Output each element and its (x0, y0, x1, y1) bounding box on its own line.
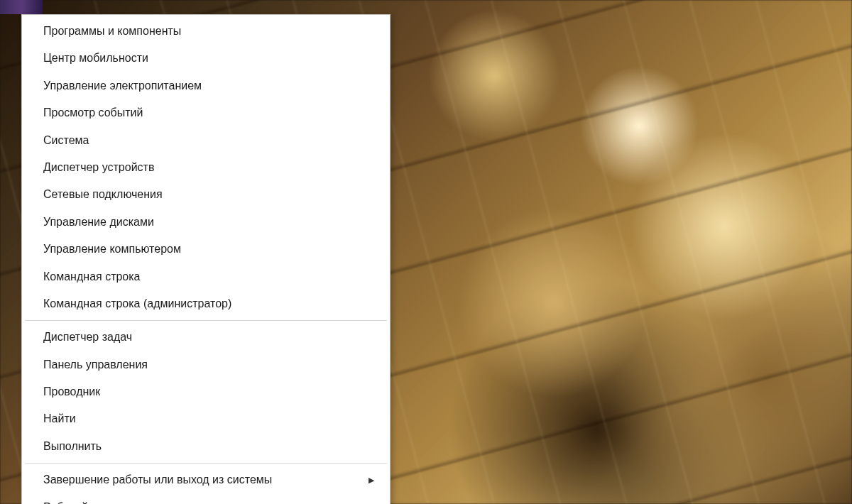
menu-item-run[interactable]: Выполнить (23, 433, 388, 460)
menu-item-device-manager[interactable]: Диспетчер устройств (23, 154, 388, 181)
menu-item-disk-management[interactable]: Управление дисками (23, 209, 388, 236)
menu-item-label: Диспетчер задач (43, 329, 374, 345)
menu-item-command-prompt-admin[interactable]: Командная строка (администратор) (23, 290, 388, 317)
menu-item-search[interactable]: Найти (23, 405, 388, 432)
menu-item-label: Сетевые подключения (43, 187, 374, 202)
menu-item-desktop[interactable]: Рабочий стол (23, 494, 388, 504)
menu-item-computer-management[interactable]: Управление компьютером (23, 236, 388, 263)
menu-item-control-panel[interactable]: Панель управления (23, 351, 388, 378)
menu-item-mobility-center[interactable]: Центр мобильности (23, 45, 388, 72)
menu-item-label: Программы и компоненты (43, 23, 374, 39)
menu-item-label: Рабочий стол (43, 500, 374, 504)
menu-item-programs-features[interactable]: Программы и компоненты (23, 18, 388, 45)
menu-item-label: Центр мобильности (43, 50, 374, 66)
menu-item-label: Командная строка (43, 269, 374, 285)
menu-item-command-prompt[interactable]: Командная строка (23, 263, 388, 290)
menu-separator (25, 320, 387, 321)
menu-item-label: Просмотр событий (43, 105, 374, 121)
menu-item-file-explorer[interactable]: Проводник (23, 378, 388, 405)
menu-item-power-options[interactable]: Управление электропитанием (23, 72, 388, 99)
menu-item-label: Панель управления (43, 357, 374, 373)
menu-item-task-manager[interactable]: Диспетчер задач (23, 324, 388, 351)
menu-item-label: Система (43, 133, 374, 148)
menu-item-label: Управление дисками (43, 214, 374, 230)
menu-item-shutdown-signout[interactable]: Завершение работы или выход из системы ▶ (23, 466, 388, 493)
menu-item-label: Командная строка (администратор) (43, 296, 374, 312)
menu-item-label: Проводник (43, 384, 374, 400)
window-fragment (0, 0, 43, 14)
menu-item-label: Управление электропитанием (43, 78, 374, 94)
menu-item-label: Диспетчер устройств (43, 160, 374, 175)
menu-item-system[interactable]: Система (23, 127, 388, 154)
menu-item-network-connections[interactable]: Сетевые подключения (23, 181, 388, 208)
menu-item-label: Управление компьютером (43, 241, 374, 257)
menu-separator (25, 463, 387, 464)
menu-item-event-viewer[interactable]: Просмотр событий (23, 99, 388, 126)
chevron-right-icon: ▶ (368, 475, 374, 486)
winx-context-menu: Программы и компоненты Центр мобильности… (21, 14, 390, 504)
menu-item-label: Завершение работы или выход из системы (43, 472, 354, 488)
menu-item-label: Выполнить (43, 439, 374, 454)
menu-item-label: Найти (43, 411, 374, 427)
